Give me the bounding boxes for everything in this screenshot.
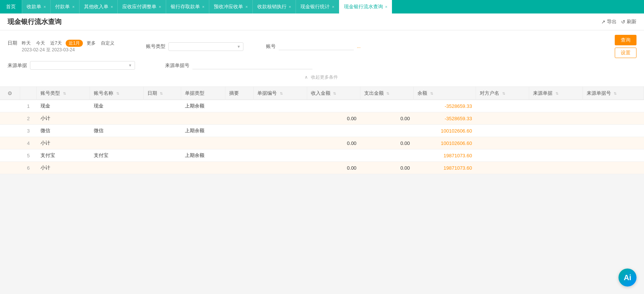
query-button[interactable]: 查询 [615,35,636,45]
col-balance[interactable]: 余额 ⇅ [414,87,476,100]
cell-date [143,112,181,125]
cell-counterpart [476,112,529,125]
col-income[interactable]: 收入金额 ⇅ [307,87,360,100]
close-icon[interactable]: × [245,4,248,9]
cell-source-doc-no [582,162,644,174]
cell-source-doc-no [582,137,644,149]
date-btn-1month[interactable]: 近1月 [66,40,83,47]
nav-home[interactable]: 首页 [0,0,22,13]
cell-counterpart [476,100,529,112]
cell-summary [225,149,254,162]
close-icon[interactable]: × [289,4,291,9]
cell-doc-type [181,162,225,174]
cell-income: 0.00 [307,137,360,149]
cell-date [143,162,181,174]
cell-idx: 3 [20,125,37,137]
export-button[interactable]: ↗ 导出 [601,18,617,25]
table-row: 6 小计 0.00 0.00 19871073.60 [0,162,644,174]
nav-tab-fukuandan[interactable]: 付款单 × [50,0,79,13]
refresh-button[interactable]: ↺ 刷新 [621,18,636,25]
close-icon[interactable]: × [385,4,387,9]
nav-tab-cunkuandan[interactable]: 银行存取款单 × [166,0,209,13]
date-btn-custom[interactable]: 自定义 [99,40,116,47]
nav-tab-hexiao[interactable]: 收款核销执行 × [252,0,296,13]
account-type-label: 账号类型 [146,43,165,50]
settings-button[interactable]: 设置 [615,48,636,58]
col-account-name[interactable]: 账号名称 ⇅ [90,87,143,100]
date-btn-yesterday[interactable]: 昨天 [20,40,32,47]
cell-expense: 0.00 [360,137,413,149]
gear-icon[interactable]: ⚙ [8,90,12,96]
close-icon[interactable]: × [111,4,113,9]
col-date[interactable]: 日期 ⇅ [143,87,181,100]
cell-checkbox [0,100,20,112]
cell-idx: 6 [20,162,37,174]
cell-balance: 100102606.60 [414,125,476,137]
close-icon[interactable]: × [332,4,334,9]
cell-checkbox [0,112,20,125]
sort-icon: ⇅ [160,91,163,96]
col-account-type[interactable]: 账号类型 ⇅ [37,87,90,100]
cell-source-doc [529,149,582,162]
table-row: 1 现金 现金 上期余额 -3528659.33 [0,100,644,112]
close-icon[interactable]: × [44,4,46,9]
cell-account-type: 现金 [37,100,90,112]
nav-tab-tiaozhengdan[interactable]: 应收应付调整单 × [117,0,165,13]
account-more-btn[interactable]: ... [357,44,360,49]
sort-icon: ⇅ [63,91,66,96]
col-source-doc-no[interactable]: 来源单据号 ⇅ [582,87,644,100]
cell-idx: 4 [20,137,37,149]
col-source-doc[interactable]: 来源单据 ⇅ [529,87,582,100]
sort-icon: ⇅ [386,91,389,96]
col-counterpart[interactable]: 对方户名 ⇅ [476,87,529,100]
col-expense[interactable]: 支出金额 ⇅ [360,87,413,100]
sort-icon: ⇅ [614,91,617,96]
cell-expense [360,125,413,137]
cell-account-type: 微信 [37,125,90,137]
cell-income [307,125,360,137]
table-body: 1 现金 现金 上期余额 -3528659.33 2 小计 0.00 0.00 … [0,100,644,174]
cell-source-doc-no [582,100,644,112]
date-btn-more[interactable]: 更多 [85,40,97,47]
data-table: ⚙ 账号类型 ⇅ 账号名称 ⇅ 日期 ⇅ 单据类型 摘要 单据编号 [0,87,644,174]
cell-balance: 19871073.60 [414,162,476,174]
sort-icon: ⇅ [280,91,283,96]
nav-tab-yushou[interactable]: 预收冲应收单 × [209,0,252,13]
cell-expense: 0.00 [360,112,413,125]
cell-source-doc [529,162,582,174]
account-type-select[interactable] [168,42,243,51]
cell-account-type: 支付宝 [37,149,90,162]
date-btn-7days[interactable]: 近7天 [49,40,63,47]
nav-tab-tongji[interactable]: 现金银行统计 × [296,0,339,13]
table-header-row: ⚙ 账号类型 ⇅ 账号名称 ⇅ 日期 ⇅ 单据类型 摘要 单据编号 [0,87,644,100]
cell-income: 0.00 [307,162,360,174]
refresh-icon: ↺ [621,19,625,25]
close-icon[interactable]: × [72,4,74,9]
source-doc-group: 来源单据 ▼ [8,61,135,70]
cell-doc-no [254,112,307,125]
cell-account-name: 现金 [90,100,143,112]
nav-tab-qitashouru[interactable]: 其他收入单 × [79,0,117,13]
filter-area: 日期 昨天 今天 近7天 近1月 更多 自定义 2023-02-24 至 202… [0,30,644,87]
date-btn-today[interactable]: 今天 [35,40,47,47]
close-icon[interactable]: × [202,4,204,9]
account-group: 账号 ... [266,43,360,50]
cell-source-doc [529,137,582,149]
cell-date [143,100,181,112]
source-doc-num-label: 来源单据号 [165,62,189,69]
col-doc-type: 单据类型 [181,87,225,100]
nav-tab-liushui[interactable]: 现金银行流水查询 × [339,0,392,13]
source-doc-num-input[interactable] [192,62,312,69]
nav-tab-shoukuandan[interactable]: 收款单 × [22,0,50,13]
col-doc-no[interactable]: 单据编号 ⇅ [254,87,307,100]
table-row: 3 微信 微信 上期余额 100102606.60 [0,125,644,137]
cell-checkbox [0,125,20,137]
collapse-bar[interactable]: ∧ 收起更多条件 [8,73,636,82]
cell-doc-type: 上期余额 [181,149,225,162]
cell-doc-no [254,100,307,112]
close-icon[interactable]: × [159,4,161,9]
account-input[interactable] [279,43,354,50]
table-row: 2 小计 0.00 0.00 -3528659.33 [0,112,644,125]
cell-account-name [90,162,143,174]
source-doc-select[interactable] [30,61,135,70]
